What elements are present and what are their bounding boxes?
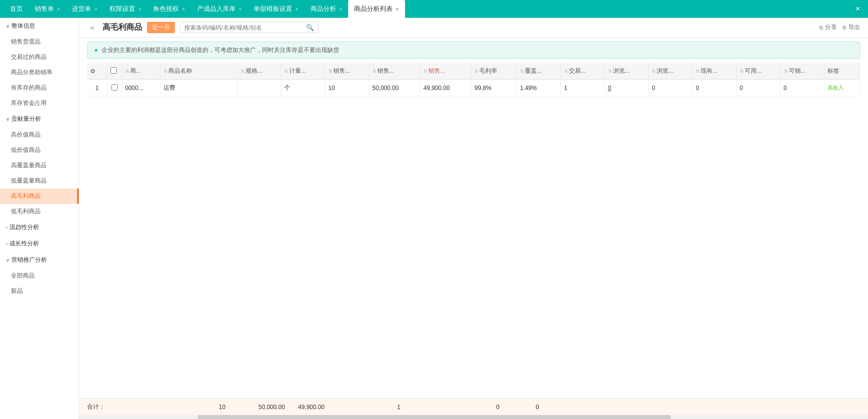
close-analysis-list-tab[interactable]: × [396, 6, 399, 12]
nav-tab-analysis-list[interactable]: 商品分析列表 × [348, 0, 405, 18]
sidebar-item-low-coverage[interactable]: 低覆盖量商品 [0, 173, 79, 188]
nav-tab-template[interactable]: 单据模板设置 × [248, 0, 304, 18]
chevron-down-icon: ∨ [6, 116, 9, 122]
nav-tab-permission[interactable]: 权限设置 × [103, 0, 147, 18]
sidebar-group-contribution[interactable]: ∨ 贡献量分析 [0, 111, 79, 127]
close-role-tab[interactable]: × [182, 6, 185, 12]
share-button[interactable]: ⎗ 分享 [819, 23, 837, 32]
footer-spacer1 [335, 404, 394, 411]
content-area: « 高毛利商品 近一月 🔍 ⎗ 分享 ⎘ 导出 [79, 18, 868, 419]
row-gross-rate: 99.8% [471, 80, 517, 96]
row-current: 0 [693, 80, 737, 96]
scrollbar-thumb[interactable] [198, 415, 671, 419]
sidebar: ∨ 整体信息 销售货需品 交易过的商品 商品分类助销率 有库存的商品 库存资金占… [0, 18, 79, 419]
close-permission-tab[interactable]: × [138, 6, 141, 12]
nav-tab-sales[interactable]: 销售单 × [29, 0, 66, 18]
col-current[interactable]: ⇅现有... [693, 63, 737, 80]
info-icon: ✦ [94, 47, 99, 54]
select-all-checkbox[interactable] [110, 67, 117, 74]
sidebar-item-sales-need[interactable]: 销售货需品 [0, 34, 79, 49]
col-sellable[interactable]: ⇅可销... [780, 63, 824, 80]
col-coverage[interactable]: ⇅覆盖... [517, 63, 561, 80]
chevron-down-icon: ∨ [6, 23, 9, 29]
close-analysis-tab[interactable]: × [339, 6, 342, 12]
export-icon: ⎘ [843, 24, 846, 31]
footer-sales-amount-val: 50,000.00 [255, 404, 295, 411]
col-sales-profit[interactable]: ⇅销售... [420, 63, 471, 80]
col-settings[interactable]: ⚙ [87, 63, 107, 80]
sidebar-item-all-products[interactable]: 全部商品 [0, 268, 79, 283]
row-sales-profit: 49,900.00 [420, 80, 471, 96]
sidebar-item-traded[interactable]: 交易过的商品 [0, 49, 79, 65]
sidebar-group-trend[interactable]: › 流趋性分析 [0, 219, 79, 235]
nav-tab-role[interactable]: 角色授权 × [147, 0, 191, 18]
sidebar-item-in-stock[interactable]: 有库存的商品 [0, 80, 79, 95]
sidebar-item-high-margin[interactable]: 高毛利商品 [0, 188, 79, 204]
col-view2[interactable]: ⇅浏览... [649, 63, 693, 80]
table-container[interactable]: ⚙ ⇅商... ⇅商品名称 ⇅规格... ⇅计量... ⇅销售... ⇅销售..… [79, 63, 868, 398]
sidebar-item-category-rate[interactable]: 商品分类助销率 [0, 65, 79, 80]
row-checkbox[interactable] [107, 80, 122, 96]
row-trade: 1 [561, 80, 605, 96]
nav-tab-purchase[interactable]: 进货单 × [66, 0, 103, 18]
col-checkbox[interactable] [107, 63, 122, 80]
row-view2: 0 [649, 80, 693, 96]
share-icon: ⎗ [819, 24, 823, 31]
col-gross-rate[interactable]: ⇅毛利率 [471, 63, 517, 80]
row-available: 0 [736, 80, 780, 96]
sidebar-item-stock-capital[interactable]: 库存资金占用 [0, 95, 79, 111]
content-header: « 高毛利商品 近一月 🔍 ⎗ 分享 ⎘ 导出 [79, 18, 868, 38]
chevron-right-icon: › [6, 241, 7, 246]
col-sales-qty[interactable]: ⇅销售... [325, 63, 369, 80]
nav-tab-product-in[interactable]: 产成品入库单 × [191, 0, 248, 18]
close-template-tab[interactable]: × [295, 6, 298, 12]
filter-period-button[interactable]: 近一月 [147, 22, 175, 33]
row-view1[interactable]: 0 [605, 80, 649, 96]
chevron-right-icon: › [6, 225, 7, 230]
sidebar-group-overall[interactable]: ∨ 整体信息 [0, 18, 79, 34]
sidebar-item-high-coverage[interactable]: 高覆盖量商品 [0, 158, 79, 173]
col-spec[interactable]: ⇅规格... [237, 63, 281, 80]
col-available[interactable]: ⇅可用... [736, 63, 780, 80]
nav-tab-analysis[interactable]: 商品分析 × [305, 0, 348, 18]
search-icon[interactable]: 🔍 [306, 24, 314, 31]
col-unit[interactable]: ⇅计量... [281, 63, 325, 80]
row-tag: 高收入 [824, 80, 860, 96]
nav-tab-home[interactable]: 首页 [4, 0, 29, 18]
horizontal-scrollbar[interactable] [79, 415, 868, 419]
row-spec [237, 80, 281, 96]
tag-label: 高收入 [827, 85, 844, 91]
row-unit: 个 [281, 80, 325, 96]
sidebar-group-marketing[interactable]: ∨ 营销推广分析 [0, 252, 79, 268]
col-name[interactable]: ⇅商品名称 [160, 63, 237, 80]
sidebar-group-growth[interactable]: › 成长性分析 [0, 235, 79, 252]
col-sales-amount[interactable]: ⇅销售... [369, 63, 420, 80]
col-code[interactable]: ⇅商... [122, 63, 160, 80]
row-select-checkbox[interactable] [111, 84, 118, 91]
col-trade[interactable]: ⇅交易... [561, 63, 605, 80]
sidebar-item-low-value[interactable]: 低价值商品 [0, 142, 79, 158]
page-title: 高毛利商品 [102, 22, 142, 33]
footer-available-val: 0 [533, 404, 572, 411]
footer-total: 合计： 10 50,000.00 49,900.00 1 0 0 [79, 398, 868, 415]
sidebar-collapse-button[interactable]: « [87, 22, 98, 33]
chevron-down-icon: ∨ [6, 257, 9, 263]
close-purchase-tab[interactable]: × [94, 6, 97, 12]
col-view1[interactable]: ⇅浏览... [605, 63, 649, 80]
export-button[interactable]: ⎘ 导出 [843, 23, 860, 32]
sidebar-item-low-margin[interactable]: 低毛利商品 [0, 204, 79, 219]
sidebar-item-high-value[interactable]: 高价值商品 [0, 127, 79, 142]
view1-link[interactable]: 0 [608, 85, 612, 92]
footer-sales-qty-val: 10 [216, 404, 255, 411]
close-sales-tab[interactable]: × [57, 6, 60, 12]
row-name: 运费 [160, 80, 237, 96]
header-actions: ⎗ 分享 ⎘ 导出 [819, 23, 860, 32]
row-sellable: 0 [780, 80, 824, 96]
close-all-tabs[interactable]: × [852, 4, 864, 13]
footer-label: 合计： [87, 403, 117, 411]
col-tag[interactable]: 标签 [824, 63, 860, 80]
close-product-in-tab[interactable]: × [239, 6, 242, 12]
search-input[interactable] [184, 24, 306, 31]
sidebar-item-new-products[interactable]: 新品 [0, 283, 79, 299]
settings-icon[interactable]: ⚙ [90, 68, 96, 75]
